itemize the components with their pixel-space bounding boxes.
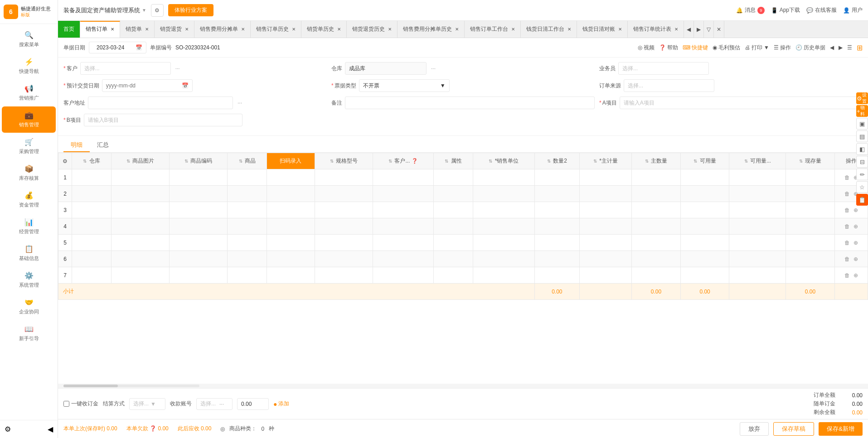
row-attribute[interactable] [433,235,473,251]
row-customer-code[interactable] [373,267,433,284]
tab-sales-invoice[interactable]: 销货单 ✕ [120,21,155,38]
sidebar-item-base-info[interactable]: 📋 基础信息 [2,240,56,266]
row-main-unit[interactable] [579,186,632,202]
row-available[interactable] [680,202,729,218]
row-warehouse[interactable] [72,267,112,284]
row-ops[interactable]: 🗑 ⊕ [834,235,868,251]
row-sales-unit[interactable] [473,202,534,218]
tool-profit[interactable]: ◉ 毛利预估 [713,44,740,52]
row-product[interactable] [228,186,267,202]
sidebar-item-inventory[interactable]: 📦 库存核算 [2,160,56,186]
tab-home[interactable]: 首页 [58,21,80,38]
tab-daily-workbench[interactable]: 钱货日清工作台 ✕ [521,21,577,38]
row-qty2[interactable] [535,218,579,235]
row-main-qty[interactable] [632,251,681,267]
delivery-date-input[interactable] [106,82,179,89]
row-available[interactable] [680,186,729,202]
right-tb-expand7[interactable]: 📋 [856,194,868,206]
tab-sales-order[interactable]: 销售订单 ✕ [80,21,120,38]
row-main-unit[interactable] [579,267,632,284]
sidebar-item-enterprise[interactable]: 🤝 企业协同 [2,294,56,320]
row-sales-unit[interactable] [473,186,534,202]
row-spec[interactable] [315,251,373,267]
tab-return-history[interactable]: 销货退货历史 ✕ [347,21,398,38]
row-scan[interactable] [267,169,315,186]
row-ops[interactable]: 🗑 ⊕ [834,251,868,267]
row-main-qty[interactable] [632,267,681,284]
tool-print[interactable]: 🖨 打印 ▼ [745,44,769,52]
row-stock[interactable] [786,169,835,186]
row-customer-code[interactable] [373,218,433,235]
tab-close-icon[interactable]: ✕ [241,27,245,32]
tool-video[interactable]: ◎ 视频 [638,44,655,52]
row-qty2[interactable] [535,186,579,202]
row-main-unit[interactable] [579,169,632,186]
sidebar-item-search[interactable]: 🔍 搜索菜单 [2,26,56,53]
row-sales-unit[interactable] [473,169,534,186]
tab-detail[interactable]: 明细 [63,139,90,152]
row-image[interactable] [111,169,169,186]
row-ops[interactable]: 🗑 ⊕ [834,267,868,284]
tab-fee-history[interactable]: 销售费用分摊单历史 ✕ [398,21,465,38]
tab-invoice-history[interactable]: 销货单历史 ✕ [301,21,347,38]
settings-button[interactable]: ⚙ [151,4,164,17]
row-product[interactable] [228,169,267,186]
next-nav-icon[interactable]: ▶ [839,44,843,51]
row-sales-unit[interactable] [473,267,534,284]
copy-icon[interactable]: ⊕ [853,207,858,213]
tool-history[interactable]: 🕘 历史单据 [795,44,825,52]
receipt-account-select[interactable]: 选择... ··· [196,398,233,410]
row-product[interactable] [228,267,267,284]
row-spec[interactable] [315,218,373,235]
row-sales-unit[interactable] [473,235,534,251]
tab-close-icon[interactable]: ✕ [455,27,459,32]
delete-icon[interactable]: 🗑 [844,240,850,246]
row-spec[interactable] [315,235,373,251]
right-tb-expand4[interactable]: ⊟ [856,156,868,168]
tab-sales-return[interactable]: 销货退货 ✕ [155,21,194,38]
row-available2[interactable] [729,202,786,218]
row-code[interactable] [170,251,228,267]
row-main-qty[interactable] [632,218,681,235]
row-spec[interactable] [315,169,373,186]
tool-help[interactable]: ❓ 帮助 [659,44,678,52]
one-click-checkbox-label[interactable]: 一键收订金 [63,400,98,408]
row-available2[interactable] [729,251,786,267]
row-main-qty[interactable] [632,235,681,251]
right-tb-expand2[interactable]: ▤ [856,130,868,142]
row-main-unit[interactable] [579,251,632,267]
row-main-unit[interactable] [579,202,632,218]
row-warehouse[interactable] [72,202,112,218]
scroll-track[interactable] [63,385,199,387]
row-warehouse[interactable] [72,251,112,267]
sidebar-item-purchase[interactable]: 🛒 采购管理 [2,133,56,159]
row-qty2[interactable] [535,251,579,267]
row-scan[interactable] [267,267,315,284]
one-click-checkbox[interactable] [63,401,69,407]
user-avatar[interactable]: 👤 用户 [843,6,863,14]
row-scan[interactable] [267,202,315,218]
row-available2[interactable] [729,267,786,284]
row-ops[interactable]: 🗑 ⊕ [834,218,868,235]
sidebar-item-guide[interactable]: 📖 新手引导 [2,320,56,347]
salesman-input[interactable] [618,62,709,75]
new-doc-icon[interactable]: ⊞ [857,43,863,52]
b-project-input[interactable] [84,114,242,126]
row-scan[interactable] [267,235,315,251]
row-sales-unit[interactable] [473,218,534,235]
row-warehouse[interactable] [72,235,112,251]
row-attribute[interactable] [433,218,473,235]
row-available2[interactable] [729,235,786,251]
row-code[interactable] [170,218,228,235]
row-stock[interactable] [786,202,835,218]
tab-sales-fee[interactable]: 销售费用分摊单 ✕ [194,21,251,38]
row-product[interactable] [228,251,267,267]
row-code[interactable] [170,169,228,186]
tab-close-icon[interactable]: ✕ [145,27,149,32]
row-image[interactable] [111,235,169,251]
row-scan[interactable] [267,251,315,267]
tab-close-icon[interactable]: ✕ [511,27,515,32]
row-stock[interactable] [786,267,835,284]
app-download-item[interactable]: 📱 App下载 [771,6,800,14]
tool-actions[interactable]: ☰ 操作 [774,44,791,52]
